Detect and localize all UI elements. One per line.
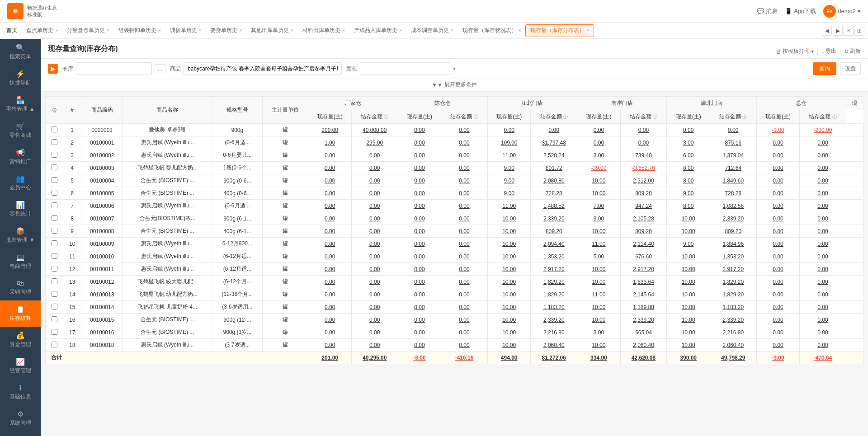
table-cell[interactable]: 2,114.40 bbox=[620, 238, 667, 250]
table-cell[interactable]: 801.72 bbox=[531, 162, 577, 174]
table-cell[interactable]: 0.00 bbox=[308, 301, 352, 314]
table-cell[interactable]: 10.00 bbox=[487, 326, 531, 339]
row-checkbox[interactable] bbox=[46, 136, 63, 149]
table-cell[interactable]: 0.00 bbox=[308, 174, 352, 187]
close-icon[interactable]: × bbox=[199, 28, 202, 33]
tab-diaobodanli[interactable]: 调拨单历史 × bbox=[165, 24, 206, 37]
table-cell[interactable]: 0.00 bbox=[351, 174, 398, 187]
table-cell[interactable]: 10.00 bbox=[487, 225, 531, 238]
table-cell[interactable]: 0.00 bbox=[531, 124, 577, 136]
table-cell[interactable]: 0.00 bbox=[800, 288, 846, 301]
table-cell[interactable]: 0.00 bbox=[351, 250, 398, 263]
table-cell[interactable]: 0.00 bbox=[398, 326, 441, 339]
table-cell[interactable]: 0.00 bbox=[756, 301, 800, 314]
table-cell[interactable]: 10.00 bbox=[577, 174, 621, 187]
table-cell[interactable]: 0.00 bbox=[800, 314, 846, 326]
table-cell[interactable]: 0.00 bbox=[756, 162, 800, 174]
table-cell[interactable]: 0.00 bbox=[441, 136, 488, 149]
table-cell[interactable]: 0.00 bbox=[441, 326, 488, 339]
message-btn[interactable]: 💬 消息 bbox=[757, 7, 778, 15]
sidebar-item-search[interactable]: 🔍 搜索英单 bbox=[0, 39, 41, 65]
table-cell[interactable]: 295.00 bbox=[351, 136, 398, 149]
row-checkbox[interactable] bbox=[46, 174, 63, 187]
tab-yaohuo[interactable]: 要货单历史 × bbox=[206, 24, 246, 37]
table-cell[interactable]: 1,884.96 bbox=[710, 238, 756, 250]
table-cell[interactable]: 9.00 bbox=[667, 187, 710, 200]
table-cell[interactable]: 3.00 bbox=[577, 149, 621, 162]
row-checkbox[interactable] bbox=[46, 326, 63, 339]
row-checkbox[interactable] bbox=[46, 200, 63, 212]
table-cell[interactable]: 10.00 bbox=[577, 263, 621, 276]
table-cell[interactable]: -3,652.76 bbox=[620, 162, 667, 174]
table-cell[interactable]: 2,339.20 bbox=[710, 212, 756, 225]
table-cell[interactable]: 1,379.04 bbox=[710, 149, 756, 162]
table-cell[interactable]: 7.00 bbox=[577, 200, 621, 212]
table-cell[interactable]: 8.00 bbox=[667, 200, 710, 212]
table-cell[interactable]: 1,082.56 bbox=[710, 200, 756, 212]
table-cell[interactable]: 0.00 bbox=[800, 200, 846, 212]
table-cell[interactable]: 875.16 bbox=[710, 136, 756, 149]
table-cell[interactable]: 0.00 bbox=[441, 225, 488, 238]
table-cell[interactable]: 0.00 bbox=[398, 149, 441, 162]
table-cell[interactable]: 10.00 bbox=[487, 301, 531, 314]
close-icon[interactable]: × bbox=[399, 28, 402, 33]
sidebar-item-purchase[interactable]: 🛍 采购管理 bbox=[0, 275, 41, 300]
table-cell[interactable]: 9.00 bbox=[487, 174, 531, 187]
table-cell[interactable]: 8.00 bbox=[667, 174, 710, 187]
table-cell[interactable]: 2,339.20 bbox=[531, 212, 577, 225]
table-cell[interactable]: 0.00 bbox=[620, 136, 667, 149]
table-cell[interactable]: 0.00 bbox=[756, 339, 800, 352]
table-cell[interactable]: 676.60 bbox=[620, 250, 667, 263]
tab-pandian[interactable]: 盘点单历史 × bbox=[22, 24, 62, 37]
table-cell[interactable]: 10.00 bbox=[667, 314, 710, 326]
table-cell[interactable]: 10.00 bbox=[487, 263, 531, 276]
row-checkbox[interactable] bbox=[46, 238, 63, 250]
table-cell[interactable]: 31,797.48 bbox=[531, 136, 577, 149]
table-cell[interactable]: 0.00 bbox=[577, 124, 621, 136]
sidebar-item-inventory[interactable]: 📋 库存核算 bbox=[0, 300, 41, 327]
table-cell[interactable]: 0.00 bbox=[308, 250, 352, 263]
table-cell[interactable]: 0.00 bbox=[667, 124, 710, 136]
user-menu[interactable]: Ea demo2 ▾ bbox=[823, 5, 861, 18]
table-cell[interactable]: 0.00 bbox=[710, 124, 756, 136]
table-cell[interactable]: 2,105.28 bbox=[620, 212, 667, 225]
table-cell[interactable]: 0.00 bbox=[308, 276, 352, 288]
table-cell[interactable]: 0.00 bbox=[800, 263, 846, 276]
row-checkbox[interactable] bbox=[46, 301, 63, 314]
table-cell[interactable]: 0.00 bbox=[308, 238, 352, 250]
table-cell[interactable]: 10.00 bbox=[487, 238, 531, 250]
tab-fenliangpandian[interactable]: 分量盘点单历史 × bbox=[62, 24, 114, 37]
tab-zuzhangchaijian[interactable]: 组装拆卸单历史 × bbox=[114, 24, 165, 37]
table-cell[interactable]: 2,917.20 bbox=[531, 263, 577, 276]
table-cell[interactable]: 0.00 bbox=[441, 314, 488, 326]
tab-home[interactable]: 首页 bbox=[2, 24, 22, 37]
table-cell[interactable]: 0.00 bbox=[441, 250, 488, 263]
table-cell[interactable]: 0.00 bbox=[756, 288, 800, 301]
table-cell[interactable]: 0.00 bbox=[441, 263, 488, 276]
table-cell[interactable]: 1,183.20 bbox=[531, 301, 577, 314]
table-cell[interactable]: 0.00 bbox=[756, 225, 800, 238]
refresh-btn[interactable]: ↻ 刷新 bbox=[844, 47, 861, 55]
table-cell[interactable]: -39.00 bbox=[577, 162, 621, 174]
table-cell[interactable]: 2,312.00 bbox=[620, 174, 667, 187]
table-cell[interactable]: 0.00 bbox=[800, 225, 846, 238]
table-cell[interactable]: 1,353.20 bbox=[531, 250, 577, 263]
table-cell[interactable]: 0.00 bbox=[441, 238, 488, 250]
close-icon[interactable]: × bbox=[239, 28, 242, 33]
table-cell[interactable]: 1,189.88 bbox=[620, 301, 667, 314]
table-cell[interactable]: 1,829.20 bbox=[710, 276, 756, 288]
table-cell[interactable]: 0.00 bbox=[441, 301, 488, 314]
table-cell[interactable]: 9.00 bbox=[487, 187, 531, 200]
table-cell[interactable]: 0.00 bbox=[351, 263, 398, 276]
row-checkbox[interactable] bbox=[46, 212, 63, 225]
table-cell[interactable]: 0.00 bbox=[351, 162, 398, 174]
color-input[interactable] bbox=[360, 62, 450, 75]
table-cell[interactable]: 0.00 bbox=[756, 250, 800, 263]
table-cell[interactable]: 2,339.20 bbox=[710, 314, 756, 326]
sidebar-item-member[interactable]: 👥 会员中心 bbox=[0, 170, 41, 196]
tab-next-btn[interactable]: ▶ bbox=[833, 26, 843, 36]
table-cell[interactable]: 2,216.80 bbox=[531, 326, 577, 339]
table-cell[interactable]: 109.00 bbox=[487, 136, 531, 149]
table-cell[interactable]: 11.00 bbox=[577, 288, 621, 301]
table-cell[interactable]: 0.00 bbox=[351, 149, 398, 162]
